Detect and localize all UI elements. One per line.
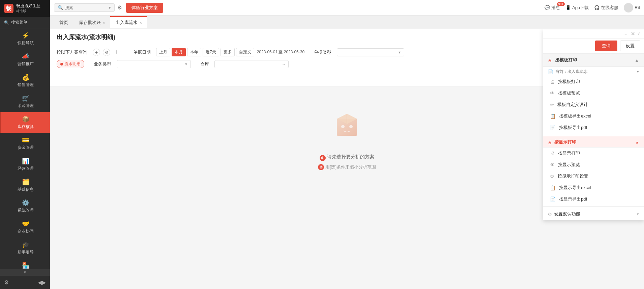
system-icon: ⚙️ xyxy=(22,199,29,207)
user-avatar xyxy=(624,3,633,12)
empty-icon xyxy=(330,107,364,147)
menu-display-export-excel[interactable]: 📋 按显示导出excel xyxy=(543,182,644,193)
tab-home[interactable]: 首页 xyxy=(54,16,74,28)
doc-type-select[interactable]: ▾ xyxy=(337,48,404,56)
online-service-button[interactable]: 🎧 在线客服 xyxy=(594,5,618,11)
svg-point-3 xyxy=(349,125,353,128)
display-section-arrow[interactable]: ▲ xyxy=(635,140,639,144)
tab-inout-flow[interactable]: 出入库流水 × xyxy=(110,16,147,28)
menu-display-pdf-icon: 📄 xyxy=(550,196,556,202)
menu-template-preview[interactable]: 👁 按模板预览 xyxy=(543,87,644,99)
sidebar-item-basic[interactable]: 🗂️ 基础信息 xyxy=(0,175,50,196)
tab-inout-flow-close[interactable]: × xyxy=(140,21,142,25)
sidebar-item-system[interactable]: ⚙️ 系统管理 xyxy=(0,196,50,217)
settings-icon[interactable]: ⚙ xyxy=(4,279,9,286)
panel-action-buttons: 查询 设置 xyxy=(543,38,644,54)
menu-template-export-excel[interactable]: 📋 按模板导出excel xyxy=(543,110,644,122)
menu-template-preview-icon: 👁 xyxy=(550,90,555,96)
date-btn-current-month[interactable]: 本月 xyxy=(172,48,186,56)
date-filter-label: 单据日期 xyxy=(133,49,151,55)
sidebar-item-marketing[interactable]: 📣 营销推广 xyxy=(0,49,50,70)
sidebar-scroll-down[interactable]: ▼ xyxy=(0,269,50,275)
date-btn-last-7days[interactable]: 近7天 xyxy=(203,48,219,56)
warehouse-more-icon[interactable]: ··· xyxy=(282,62,285,67)
panel-close-button[interactable]: ✕ xyxy=(631,31,635,37)
printer-icon: 🖨 xyxy=(548,58,552,63)
business-type-dropdown-icon: ▾ xyxy=(185,62,187,67)
date-btn-current-year[interactable]: 本年 xyxy=(187,48,201,56)
empty-hint-1-row: ① 请先选择要分析的方案 xyxy=(320,154,374,162)
empty-hint-2-row: ② 用[选]条件来缩小分析范围 xyxy=(318,164,376,170)
svg-point-2 xyxy=(341,125,345,128)
sidebar-item-cooperation[interactable]: 🤝 企业协同 xyxy=(0,217,50,238)
warehouse-input[interactable]: ··· xyxy=(214,60,289,68)
print-header-left: 🖨 按模板打印 xyxy=(548,57,577,63)
sidebar-search[interactable]: 🔍 搜索菜单 xyxy=(0,17,50,28)
display-print-section-header[interactable]: 🖨 按显示打印 ▲ xyxy=(543,136,644,148)
user-avatar-area[interactable]: Rit xyxy=(624,3,640,12)
sales-icon: 💰 xyxy=(22,74,29,81)
inventory-icon: 📦 xyxy=(22,115,29,123)
panel-settings-button[interactable]: 设置 xyxy=(620,41,640,51)
quick-nav-icon: ⚡ xyxy=(22,32,29,39)
menu-display-preview[interactable]: 👁 按显示预览 xyxy=(543,159,644,170)
logo-icon: 畅 xyxy=(4,4,13,13)
menu-template-print[interactable]: 🖨 按模板打印 xyxy=(543,76,644,87)
date-btn-custom[interactable]: 自定义 xyxy=(236,48,254,56)
date-btn-more[interactable]: 更多 xyxy=(221,48,235,56)
menu-display-excel-icon: 📋 xyxy=(550,185,556,190)
business-type-select[interactable]: ▾ xyxy=(117,60,191,68)
collapse-sidebar-icon[interactable]: ◀▶ xyxy=(38,279,46,286)
menu-display-export-pdf[interactable]: 📄 按显示导出pdf xyxy=(543,193,644,205)
appcenter-icon: 🏪 xyxy=(22,262,29,269)
page-title: 出入库流水(流水明细) xyxy=(57,33,115,41)
panel-expand-button[interactable]: ⤢ xyxy=(637,31,641,37)
topbar-search-input[interactable] xyxy=(65,5,107,10)
search-dropdown-icon[interactable]: ▾ xyxy=(109,5,111,10)
footer-arrow: ▾ xyxy=(637,212,639,216)
tab-batch-account[interactable]: 库存批次账 × xyxy=(74,16,110,28)
filter-add-button[interactable]: + xyxy=(93,49,100,56)
topbar-right: 💬 消息 99+ 📱 App下载 🎧 在线客服 Rit xyxy=(545,3,640,12)
sidebar-item-operation[interactable]: 📊 经营管理 xyxy=(0,154,50,175)
message-icon: 💬 xyxy=(545,5,550,10)
date-btn-last-month[interactable]: 上月 xyxy=(156,48,170,56)
tab-batch-account-close[interactable]: × xyxy=(103,21,105,25)
headset-icon: 🎧 xyxy=(594,5,599,10)
topbar: 🔍 ▾ ⚙ 体验行业方案 💬 消息 99+ 📱 App下载 🎧 在线客服 Rit xyxy=(50,0,644,16)
sidebar-item-quick-nav[interactable]: ⚡ 快捷导航 xyxy=(0,28,50,49)
doc-type-dropdown-icon: ▾ xyxy=(399,50,401,55)
sidebar-item-inventory[interactable]: 📦 库存核算 xyxy=(0,112,50,133)
app-download-button[interactable]: 📱 App下载 xyxy=(565,5,589,11)
menu-display-settings-icon: ⚙ xyxy=(550,174,554,179)
menu-display-preview-icon: 👁 xyxy=(550,162,555,167)
menu-display-print[interactable]: 🖨 按显示打印 xyxy=(543,148,644,159)
menu-template-print-icon: 🖨 xyxy=(550,79,555,84)
menu-template-customize[interactable]: ✏ 模板自定义设计 xyxy=(543,99,644,110)
panel-dots-button[interactable]: ··· xyxy=(623,31,627,37)
panel-query-button[interactable]: 查询 xyxy=(595,41,617,51)
sidebar-item-beginner[interactable]: 🎓 新手引导 xyxy=(0,238,50,259)
menu-display-print-settings[interactable]: ⚙ 按显示打印设置 xyxy=(543,170,644,182)
business-type-label: 业务类型 xyxy=(94,61,111,67)
sidebar-item-sales[interactable]: 💰 销售管理 xyxy=(0,70,50,91)
message-button[interactable]: 💬 消息 99+ xyxy=(545,5,560,11)
print-footer[interactable]: ⚙ 设置默认功能 ▾ xyxy=(543,208,644,220)
sidebar-item-purchase[interactable]: 🛒 采购管理 xyxy=(0,91,50,112)
sidebar-item-finance[interactable]: 💳 资金管理 xyxy=(0,133,50,154)
print-header-arrow[interactable]: ▲ xyxy=(635,58,639,63)
filter-collapse-icon[interactable]: 《 xyxy=(113,49,118,55)
logo-text: 畅捷通好生意 标准版 xyxy=(16,3,40,14)
sidebar-item-appcenter[interactable]: 🏪 应用中心 xyxy=(0,259,50,269)
current-doc-arrow[interactable]: ▾ xyxy=(637,70,639,74)
operation-icon: 📊 xyxy=(22,157,29,165)
print-footer-left: ⚙ 设置默认功能 xyxy=(548,211,580,217)
flow-detail-tag[interactable]: 流水明细 xyxy=(57,60,84,68)
topbar-gear-icon[interactable]: ⚙ xyxy=(117,4,122,11)
basic-icon: 🗂️ xyxy=(22,178,29,186)
menu-template-export-pdf[interactable]: 📄 按模板导出pdf xyxy=(543,122,644,133)
filter-settings-button[interactable]: ⚙ xyxy=(103,49,110,56)
topbar-search-box[interactable]: 🔍 ▾ xyxy=(54,3,115,12)
industry-plan-button[interactable]: 体验行业方案 xyxy=(126,3,163,13)
app-download-icon: 📱 xyxy=(565,5,571,10)
